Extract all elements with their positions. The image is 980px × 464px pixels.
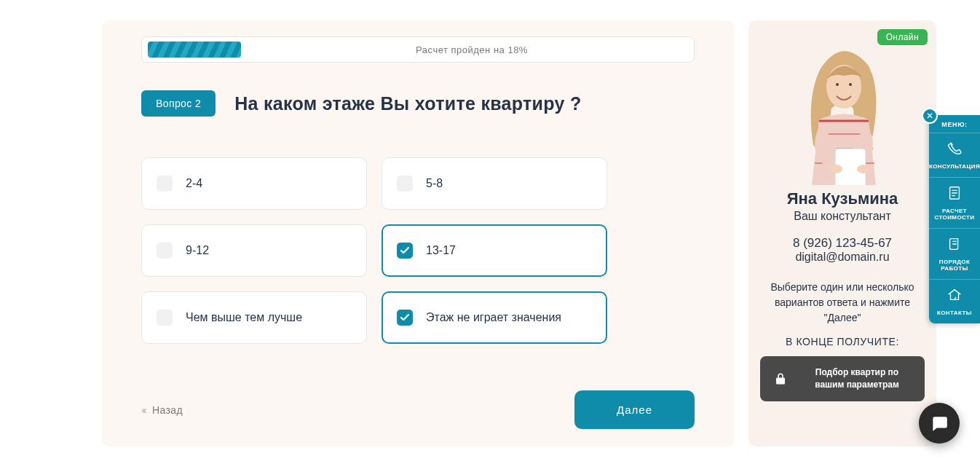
svg-point-5 — [857, 165, 869, 173]
menu-close-button[interactable]: ✕ — [922, 108, 938, 124]
menu-item-order[interactable]: ПОРЯДОК РАБОТЫ — [929, 228, 980, 279]
checkbox-icon — [157, 176, 173, 192]
lock-icon — [773, 372, 788, 385]
svg-point-2 — [849, 83, 852, 86]
house-icon — [947, 287, 963, 306]
scroll-icon — [947, 236, 963, 255]
reward-title: В КОНЦЕ ПОЛУЧИТЕ: — [786, 336, 899, 347]
menu-item-label: ПОРЯДОК РАБОТЫ — [930, 259, 979, 272]
reward-text: Подбор квартир по вашим параметрам — [802, 366, 912, 391]
svg-point-4 — [831, 165, 842, 173]
option-5[interactable]: Этаж не играет значения — [382, 291, 607, 344]
consultant-hint: Выберите один или несколько вариантов от… — [760, 280, 925, 326]
option-label: Этаж не играет значения — [426, 311, 561, 324]
options-grid: 2-45-89-1213-17Чем выше тем лучшеЭтаж не… — [141, 157, 607, 344]
nav-row: ‹‹‹ Назад Далее — [141, 390, 695, 429]
option-1[interactable]: 5-8 — [382, 157, 607, 210]
option-label: 5-8 — [426, 177, 443, 190]
back-label: Назад — [152, 404, 183, 416]
doc-icon — [947, 185, 963, 204]
next-button[interactable]: Далее — [574, 390, 695, 429]
consultant-name: Яна Кузьмина — [787, 189, 898, 208]
progress-row: Расчет пройден на 18% — [141, 36, 695, 63]
checkbox-icon — [397, 243, 413, 259]
menu-item-calc[interactable]: РАСЧЕТ СТОИМОСТИ — [929, 177, 980, 228]
option-label: 13-17 — [426, 244, 456, 257]
option-2[interactable]: 9-12 — [141, 224, 367, 277]
side-menu: ✕ МЕНЮ: КОНСУЛЬТАЦИЯРАСЧЕТ СТОИМОСТИПОРЯ… — [929, 115, 980, 323]
question-title: На каком этаже Вы хотите квартиру ? — [234, 93, 581, 114]
consultant-email[interactable]: digital@domain.ru — [795, 251, 889, 264]
phone-icon — [947, 141, 963, 160]
checkbox-icon — [157, 310, 173, 326]
online-badge: Онлайн — [877, 29, 928, 45]
option-4[interactable]: Чем выше тем лучше — [141, 291, 367, 344]
option-label: 2-4 — [186, 177, 202, 190]
option-0[interactable]: 2-4 — [141, 157, 367, 210]
progress-bar — [148, 42, 241, 58]
menu-item-label: РАСЧЕТ СТОИМОСТИ — [930, 208, 979, 221]
menu-item-label: КОНСУЛЬТАЦИЯ — [929, 163, 980, 170]
quiz-card: Расчет пройден на 18% Вопрос 2 На каком … — [102, 20, 734, 447]
progress-text: Расчет пройден на 18% — [256, 44, 688, 55]
menu-item-consult[interactable]: КОНСУЛЬТАЦИЯ — [929, 133, 980, 177]
option-label: 9-12 — [186, 244, 209, 257]
option-3[interactable]: 13-17 — [382, 224, 607, 277]
chat-button[interactable] — [919, 403, 960, 444]
menu-item-contacts[interactable]: КОНТАКТЫ — [929, 279, 980, 323]
consultant-role: Ваш констультант — [794, 210, 891, 223]
question-badge: Вопрос 2 — [141, 90, 216, 117]
checkbox-icon — [397, 176, 413, 192]
question-row: Вопрос 2 На каком этаже Вы хотите кварти… — [141, 90, 695, 117]
reward-panel: Подбор квартир по вашим параметрам — [760, 356, 925, 401]
checkbox-icon — [397, 310, 413, 326]
menu-item-label: КОНТАКТЫ — [937, 310, 972, 317]
chevron-left-icon: ‹‹‹ — [141, 404, 145, 416]
svg-point-1 — [836, 83, 839, 86]
back-button[interactable]: ‹‹‹ Назад — [141, 404, 183, 416]
consultant-phone[interactable]: 8 (926) 123-45-67 — [793, 236, 892, 251]
consultant-avatar — [784, 39, 901, 185]
option-label: Чем выше тем лучше — [186, 311, 302, 324]
checkbox-icon — [157, 243, 173, 259]
next-label: Далее — [617, 404, 652, 416]
consultant-panel: Онлайн — [748, 20, 936, 447]
